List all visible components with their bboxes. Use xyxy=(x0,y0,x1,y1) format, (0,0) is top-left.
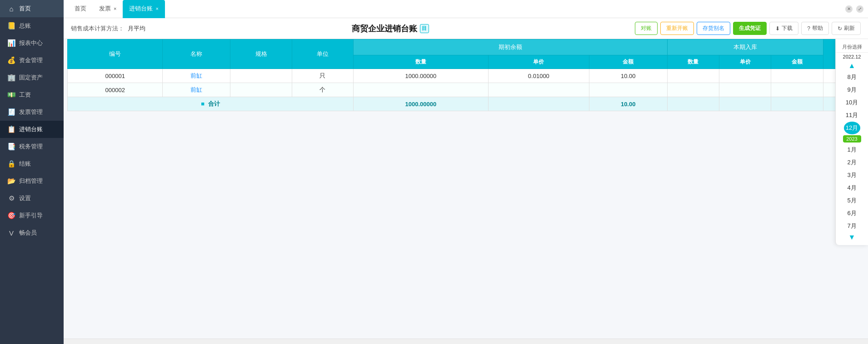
month-item-5[interactable]: 5月 xyxy=(836,194,868,207)
purchase-sales-table: 编号 名称 规格 单位 期初余额 本期入库 数 数量 单价 金额 数量 单价 xyxy=(67,39,864,111)
col-mingcheng: 名称 xyxy=(163,39,230,69)
total-qichu-danjia xyxy=(488,97,589,111)
table-row: 000002 前缸 个 xyxy=(68,83,864,97)
tab-purchase-sales[interactable]: 进销台账 × xyxy=(123,0,165,18)
month-item-6[interactable]: 6月 xyxy=(836,207,868,220)
toolbar-buttons: 对账 重新开账 存货别名 生成凭证 ⬇ 下载 ? 帮助 ↻ 刷新 xyxy=(635,22,861,35)
mingcheng-link[interactable]: 前缸 xyxy=(190,72,202,79)
sidebar-item-home[interactable]: ⌂ 首页 xyxy=(0,0,64,17)
cell-mingcheng: 前缸 xyxy=(163,69,230,83)
month-panel-title: 月份选择 xyxy=(836,42,868,53)
sidebar-item-label: 发票管理 xyxy=(19,108,43,116)
page-title-text: 商贸企业进销台账 xyxy=(352,23,417,34)
month-item-2[interactable]: 2月 xyxy=(836,156,868,169)
refresh-button[interactable]: ↻ 刷新 xyxy=(832,22,861,35)
month-item-7[interactable]: 7月 xyxy=(836,220,868,232)
col-ruku-danjia: 单价 xyxy=(719,55,771,69)
help-button[interactable]: ? 帮助 xyxy=(801,22,829,35)
guide-icon: 🎯 xyxy=(7,211,15,220)
tab-invoice-label: 发票 xyxy=(99,5,111,13)
cell-qichu-shuliang: 1000.00000 xyxy=(353,69,488,83)
cell-ruku-shuliang xyxy=(667,69,719,83)
col-bianhao: 编号 xyxy=(68,39,163,69)
month-nav-up-button[interactable]: ▲ xyxy=(848,61,857,71)
cell-ruku-jine xyxy=(771,83,823,97)
month-item-3[interactable]: 3月 xyxy=(836,169,868,182)
cell-ruku-shuliang xyxy=(667,83,719,97)
sidebar-item-settings[interactable]: ⚙ 设置 xyxy=(0,190,64,207)
title-info-icon[interactable]: 目 xyxy=(420,24,429,33)
tab-invoice[interactable]: 发票 × xyxy=(93,0,123,18)
table-wrapper: 编号 名称 规格 单位 期初余额 本期入库 数 数量 单价 金额 数量 单价 xyxy=(64,39,868,339)
funds-icon: 💰 xyxy=(7,56,15,64)
shengcheng-button[interactable]: 生成凭证 xyxy=(733,22,767,35)
month-item-11[interactable]: 11月 xyxy=(836,109,868,122)
close-invoice-tab-button[interactable]: × xyxy=(114,6,116,11)
reports-icon: 📊 xyxy=(7,39,15,47)
sidebar-item-payroll[interactable]: 💵 工资 xyxy=(0,86,64,103)
month-nav-down-button[interactable]: ▼ xyxy=(848,232,857,242)
sidebar-item-purchase-sales[interactable]: 📋 进销台账 xyxy=(0,121,64,138)
member-icon: V xyxy=(7,229,15,237)
month-item-10[interactable]: 10月 xyxy=(836,96,868,109)
sidebar-item-label: 设置 xyxy=(19,194,31,202)
sidebar-item-closing[interactable]: 🔒 结账 xyxy=(0,155,64,172)
total-label: 合计 xyxy=(208,100,220,107)
maximize-window-button[interactable]: ⤢ xyxy=(856,5,863,13)
sidebar-item-label: 进销台账 xyxy=(19,125,43,133)
close-purchase-sales-tab-button[interactable]: × xyxy=(155,6,158,11)
total-icon: ■ xyxy=(201,100,205,107)
cell-qichu-danjia xyxy=(488,83,589,97)
cell-mingcheng: 前缸 xyxy=(163,83,230,97)
refresh-label: 刷新 xyxy=(844,25,855,32)
col-bianqi-ruku: 本期入库 xyxy=(667,39,823,55)
month-item-9[interactable]: 9月 xyxy=(836,84,868,96)
total-qichu-jine: 10.00 xyxy=(589,97,667,111)
cunwei-button[interactable]: 存货别名 xyxy=(697,22,730,35)
sidebar-item-label: 归档管理 xyxy=(19,177,43,185)
tabs-bar: 首页 发票 × 进销台账 × ✕ ⤢ xyxy=(64,0,868,18)
sidebar-item-label: 首页 xyxy=(19,5,31,13)
sidebar-item-reports[interactable]: 📊 报表中心 xyxy=(0,34,64,52)
close-window-button[interactable]: ✕ xyxy=(845,5,853,13)
cost-method-value: 月平均 xyxy=(128,25,145,33)
col-ruku-jine: 金额 xyxy=(771,55,823,69)
sidebar-item-invoice-mgmt[interactable]: 🧾 发票管理 xyxy=(0,103,64,121)
download-button[interactable]: ⬇ 下载 xyxy=(769,22,798,35)
archive-icon: 📂 xyxy=(7,177,15,185)
sidebar-item-label: 新手引导 xyxy=(19,211,43,220)
content-area: 销售成本计算方法： 月平均 商贸企业进销台账 目 对账 重新开账 存货别名 生成… xyxy=(64,18,868,344)
mingcheng-link[interactable]: 前缸 xyxy=(190,86,202,93)
download-icon: ⬇ xyxy=(775,25,780,32)
sidebar-item-tax[interactable]: 📑 税务管理 xyxy=(0,138,64,155)
sidebar-item-ledger[interactable]: 📒 总账 xyxy=(0,17,64,34)
cell-danwei: 只 xyxy=(292,69,353,83)
duizhang-button[interactable]: 对账 xyxy=(635,22,658,35)
table-header-row-1: 编号 名称 规格 单位 期初余额 本期入库 数 xyxy=(68,39,864,55)
year-2023-marker: 2023 xyxy=(843,135,861,143)
sidebar-item-archive[interactable]: 📂 归档管理 xyxy=(0,172,64,190)
cost-method-label: 销售成本计算方法： xyxy=(71,25,124,33)
cell-bianhao: 000001 xyxy=(68,69,163,83)
col-danwei: 单位 xyxy=(292,39,353,69)
cell-qichu-shuliang xyxy=(353,83,488,97)
month-item-12[interactable]: 12月 xyxy=(844,122,860,134)
sidebar-item-label: 固定资产 xyxy=(19,74,43,82)
sidebar-item-funds[interactable]: 💰 资金管理 xyxy=(0,52,64,69)
payroll-icon: 💵 xyxy=(7,91,15,99)
sidebar-item-member[interactable]: V 畅会员 xyxy=(0,224,64,241)
invoice-mgmt-icon: 🧾 xyxy=(7,108,15,116)
month-item-1[interactable]: 1月 xyxy=(836,143,868,156)
chongxin-button[interactable]: 重新开账 xyxy=(660,22,694,35)
tab-home[interactable]: 首页 xyxy=(68,0,93,18)
month-item-8[interactable]: 8月 xyxy=(836,71,868,84)
sidebar-item-label: 资金管理 xyxy=(19,56,43,64)
home-icon: ⌂ xyxy=(7,5,15,13)
download-label: 下载 xyxy=(782,25,793,32)
month-item-4[interactable]: 4月 xyxy=(836,182,868,194)
horizontal-scrollbar[interactable] xyxy=(64,339,868,344)
sidebar-item-guide[interactable]: 🎯 新手引导 xyxy=(0,207,64,224)
sidebar-item-assets[interactable]: 🏢 固定资产 xyxy=(0,69,64,86)
sidebar-item-label: 结账 xyxy=(19,160,31,168)
ledger-icon: 📒 xyxy=(7,22,15,30)
